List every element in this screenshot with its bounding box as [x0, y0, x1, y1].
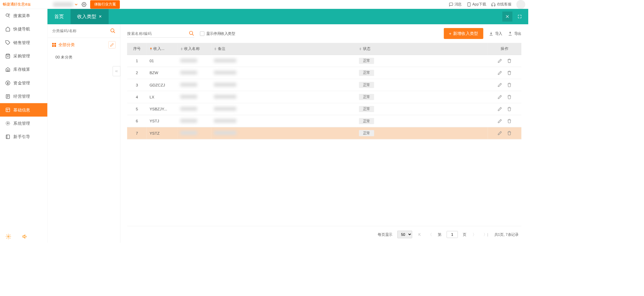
cell-note — [211, 115, 356, 127]
settings-icon[interactable] — [81, 1, 87, 8]
sidebar-item-operation[interactable]: 经营管理 — [0, 90, 47, 103]
sidebar-item-label: 经营管理 — [13, 94, 30, 99]
sidebar-item-sales[interactable]: 销售管理 — [0, 36, 47, 49]
next-page-button[interactable]: 〉 — [472, 232, 477, 237]
table-row[interactable]: 101正常 — [127, 55, 521, 67]
prev-page-button[interactable]: 〈 — [427, 232, 433, 237]
table-row[interactable]: 3GDZCZJ正常 — [127, 79, 521, 91]
sidebar-item-funds[interactable]: 资金管理 — [0, 76, 47, 90]
sidebar-item-label: 系统管理 — [13, 121, 30, 126]
delete-row-button[interactable] — [507, 107, 512, 111]
table-row[interactable]: 6YSTJ正常 — [127, 115, 521, 127]
tab-income-type[interactable]: 收入类型 ✕ — [71, 9, 109, 24]
sound-icon[interactable] — [23, 234, 28, 239]
delete-row-button[interactable] — [507, 83, 512, 87]
table-search-input[interactable] — [127, 31, 188, 36]
th-status-label: 状态 — [363, 46, 371, 51]
delete-row-button[interactable] — [507, 95, 512, 99]
delete-row-button[interactable] — [507, 131, 512, 135]
customer-service-label: 在线客服 — [497, 2, 512, 7]
cell-ops — [488, 55, 521, 67]
show-disabled-checkbox[interactable]: 显示停用收入类型 — [200, 31, 235, 36]
cell-ops — [488, 91, 521, 103]
sidebar-item-purchase[interactable]: 采购管理 — [0, 49, 47, 63]
cell-code: YSTJ — [147, 115, 178, 127]
cell-seq: 5 — [127, 103, 146, 115]
app-download-link[interactable]: App下载 — [467, 2, 486, 7]
edit-category-button[interactable] — [108, 41, 115, 49]
edit-row-button[interactable] — [498, 71, 502, 75]
cell-name — [178, 115, 211, 127]
company-select[interactable] — [53, 2, 78, 6]
top-bar: 畅捷通好生意 准版 体验行业方案 消息 App下载 在线客服 — [0, 0, 528, 9]
app-download-label: App下载 — [472, 2, 486, 7]
add-income-type-button[interactable]: + 新增收入类型 — [444, 28, 483, 39]
cell-status: 正常 — [356, 127, 488, 139]
last-page-button[interactable]: 〉| — [482, 232, 489, 237]
messages-link[interactable]: 消息 — [449, 2, 462, 7]
import-label: 导入 — [495, 31, 502, 36]
status-badge: 正常 — [359, 106, 374, 112]
table-row[interactable]: 5YSBZJY...正常 — [127, 103, 521, 115]
page-size-select[interactable]: 50 — [397, 231, 412, 238]
delete-row-button[interactable] — [507, 119, 512, 123]
sidebar-item-guide[interactable]: 新手引导 — [0, 130, 47, 143]
category-item-uncategorized[interactable]: 00 未分类 — [47, 52, 120, 63]
close-icon[interactable]: ✕ — [99, 14, 102, 19]
industry-solution-button[interactable]: 体验行业方案 — [90, 0, 120, 9]
edit-row-button[interactable] — [498, 119, 502, 123]
export-button[interactable]: 导出 — [508, 31, 521, 36]
delete-row-button[interactable] — [507, 71, 512, 75]
sidebar-item-quick-nav[interactable]: 快捷导航 — [0, 23, 47, 36]
avatar[interactable] — [516, 0, 525, 9]
cell-code: BZW — [147, 67, 178, 79]
table-row[interactable]: 2BZW正常 — [127, 67, 521, 79]
delete-row-button[interactable] — [507, 58, 512, 63]
page-number-input[interactable] — [447, 231, 458, 238]
bag-icon — [5, 53, 11, 59]
sidebar-item-inventory[interactable]: 库存核算 — [0, 63, 47, 76]
cell-name — [178, 67, 211, 79]
sidebar-item-system[interactable]: 系统管理 — [0, 117, 47, 130]
edit-row-button[interactable] — [498, 131, 502, 135]
cell-ops — [488, 67, 521, 79]
search-icon[interactable] — [110, 28, 115, 33]
th-name[interactable]: ▲▼收入名称 — [178, 43, 211, 55]
th-note[interactable]: ▲▼备注 — [211, 43, 356, 55]
page-summary: 共1页, 7条记录 — [494, 232, 519, 237]
svg-rect-29 — [54, 45, 56, 47]
import-button[interactable]: 导入 — [489, 31, 502, 36]
tab-close-all-button[interactable] — [502, 12, 513, 22]
pagination: 每页显示 50 K 〈 第 页 〉 〉| 共1页, 7条记录 — [127, 226, 521, 243]
th-status[interactable]: ▲▼状态 — [356, 43, 488, 55]
company-name-blurred — [53, 2, 73, 6]
table-row[interactable]: 4LX正常 — [127, 91, 521, 103]
sidebar-item-basic-info[interactable]: 基础信息 — [0, 103, 47, 117]
sidebar-item-label: 搜索菜单 — [13, 13, 30, 18]
cell-note — [211, 103, 356, 115]
table-row[interactable]: 7YSTZ正常 — [127, 127, 521, 139]
th-seq[interactable]: 序号 — [127, 43, 146, 55]
cell-name — [178, 79, 211, 91]
th-code[interactable]: ▲▼收入... — [147, 43, 178, 55]
customer-service-link[interactable]: 在线客服 — [491, 2, 511, 7]
category-all[interactable]: 全部分类 — [47, 38, 120, 52]
category-search-input[interactable] — [52, 29, 110, 33]
svg-point-20 — [8, 236, 9, 237]
edit-row-button[interactable] — [498, 83, 502, 87]
search-icon[interactable] — [189, 30, 194, 36]
per-page-label: 每页显示 — [378, 232, 392, 237]
svg-point-30 — [190, 31, 193, 35]
fullscreen-button[interactable] — [515, 12, 525, 22]
sidebar-item-search-menu[interactable]: 搜索菜单 — [0, 9, 47, 22]
svg-point-24 — [111, 29, 114, 32]
edit-row-button[interactable] — [498, 107, 502, 111]
sidebar-item-label: 销售管理 — [13, 40, 30, 45]
tab-home[interactable]: 首页 — [47, 9, 70, 24]
cell-status: 正常 — [356, 79, 488, 91]
edit-row-button[interactable] — [498, 58, 502, 63]
collapse-panel-button[interactable] — [113, 66, 121, 77]
first-page-button[interactable]: K — [417, 232, 422, 237]
edit-row-button[interactable] — [498, 95, 502, 99]
settings-bottom-icon[interactable] — [5, 234, 11, 239]
